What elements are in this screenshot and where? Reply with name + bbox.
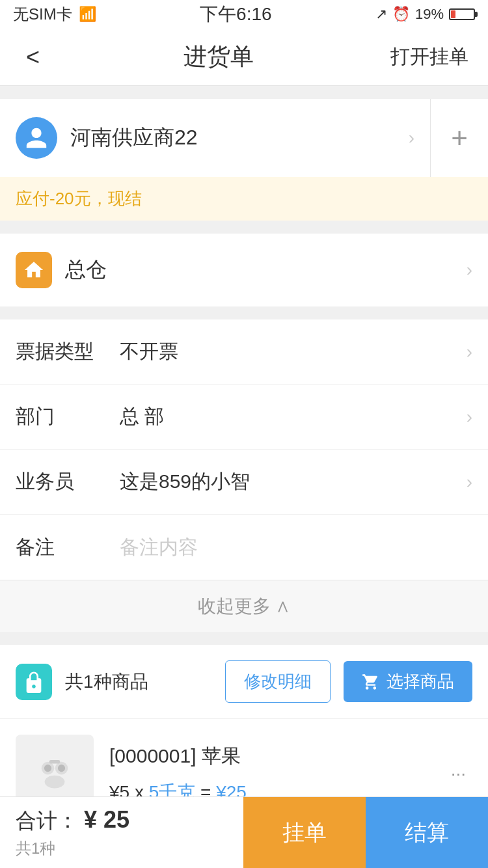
- chevron-right-icon-2: ›: [467, 260, 472, 280]
- location-icon: ↗: [375, 6, 387, 23]
- add-supplier-button[interactable]: +: [431, 99, 488, 177]
- page-title: 进货单: [183, 41, 254, 73]
- dept-value: 总 部: [120, 403, 460, 430]
- product-count-label: 共1种商品: [65, 670, 212, 694]
- dept-label: 部门: [16, 403, 120, 430]
- status-right: ↗ ⏰ 19%: [375, 6, 475, 23]
- sales-row[interactable]: 业务员 这是859的小智 ›: [0, 450, 488, 515]
- select-product-button[interactable]: 选择商品: [344, 661, 472, 702]
- status-bar: 无SIM卡 📶 下午6:16 ↗ ⏰ 19%: [0, 0, 488, 29]
- select-product-label: 选择商品: [386, 670, 454, 693]
- modify-detail-button[interactable]: 修改明细: [225, 660, 331, 703]
- nav-bar: < 进货单 打开挂单: [0, 29, 488, 86]
- product-code: [0000001]: [109, 745, 196, 766]
- sales-label: 业务员: [16, 468, 120, 495]
- product-bag-icon: [16, 664, 52, 700]
- svg-rect-5: [49, 760, 61, 764]
- section-gap-2: [0, 221, 488, 234]
- dept-row[interactable]: 部门 总 部 ›: [0, 385, 488, 450]
- warehouse-section[interactable]: 总仓 ›: [0, 234, 488, 306]
- battery-icon: [449, 8, 475, 20]
- total-label: 合计：: [16, 809, 78, 832]
- product-info: [0000001] 苹果 ¥5 x 5千克 = ¥25: [109, 743, 444, 805]
- chevron-right-icon: ›: [409, 128, 414, 148]
- total-count: 共1种: [16, 838, 228, 859]
- cart-icon: [362, 673, 380, 691]
- product-name: [0000001] 苹果: [109, 743, 444, 770]
- bottom-bar: 合计： ¥ 25 共1种 挂单 结算: [0, 796, 488, 868]
- warehouse-icon: [16, 252, 52, 288]
- chevron-right-icon-3: ›: [467, 342, 472, 362]
- total-amount: 合计： ¥ 25: [16, 806, 228, 835]
- alarm-icon: ⏰: [392, 6, 410, 23]
- svg-point-3: [58, 765, 65, 772]
- home-icon: [23, 259, 45, 281]
- remark-placeholder: 备注内容: [120, 534, 472, 561]
- chevron-right-icon-5: ›: [467, 472, 472, 493]
- warehouse-name: 总仓: [65, 256, 460, 284]
- back-button[interactable]: <: [20, 37, 46, 77]
- total-value: ¥ 25: [84, 806, 129, 833]
- supplier-name: 河南供应商22: [70, 124, 402, 152]
- product-title: 苹果: [202, 745, 241, 766]
- battery-percentage: 19%: [415, 6, 444, 23]
- remark-row[interactable]: 备注 备注内容: [0, 515, 488, 580]
- form-section: 票据类型 不开票 › 部门 总 部 › 业务员 这是859的小智 › 备注 备注…: [0, 319, 488, 580]
- invoice-label: 票据类型: [16, 338, 120, 365]
- hang-button[interactable]: 挂单: [243, 797, 366, 869]
- invoice-type-row[interactable]: 票据类型 不开票 ›: [0, 319, 488, 385]
- total-section: 合计： ¥ 25 共1种: [0, 806, 243, 859]
- carrier-text: 无SIM卡: [13, 4, 72, 25]
- notice-bar: 应付-20元，现结: [0, 177, 488, 221]
- supplier-selector[interactable]: 河南供应商22 ›: [0, 99, 431, 177]
- section-gap-4: [0, 632, 488, 645]
- supplier-section: 河南供应商22 › +: [0, 99, 488, 177]
- section-gap-1: [0, 86, 488, 99]
- section-gap-3: [0, 306, 488, 319]
- supplier-avatar: [16, 117, 57, 159]
- chevron-right-icon-4: ›: [467, 407, 472, 427]
- collapse-button[interactable]: 收起更多 ∧: [0, 580, 488, 632]
- invoice-value: 不开票: [120, 338, 460, 365]
- svg-point-4: [45, 776, 65, 789]
- checkout-button[interactable]: 结算: [366, 797, 488, 869]
- open-hang-button[interactable]: 打开挂单: [390, 44, 468, 70]
- product-toolbar: 共1种商品 修改明细 选择商品: [0, 645, 488, 718]
- svg-point-2: [44, 765, 51, 772]
- sales-value: 这是859的小智: [120, 468, 460, 495]
- shopping-bag-icon: [23, 671, 45, 693]
- product-thumb-icon: [32, 751, 77, 796]
- more-button[interactable]: ···: [444, 757, 472, 791]
- status-left: 无SIM卡 📶: [13, 4, 96, 25]
- wifi-icon: 📶: [79, 6, 96, 23]
- status-time: 下午6:16: [200, 2, 272, 27]
- person-icon: [24, 126, 49, 150]
- remark-label: 备注: [16, 534, 120, 561]
